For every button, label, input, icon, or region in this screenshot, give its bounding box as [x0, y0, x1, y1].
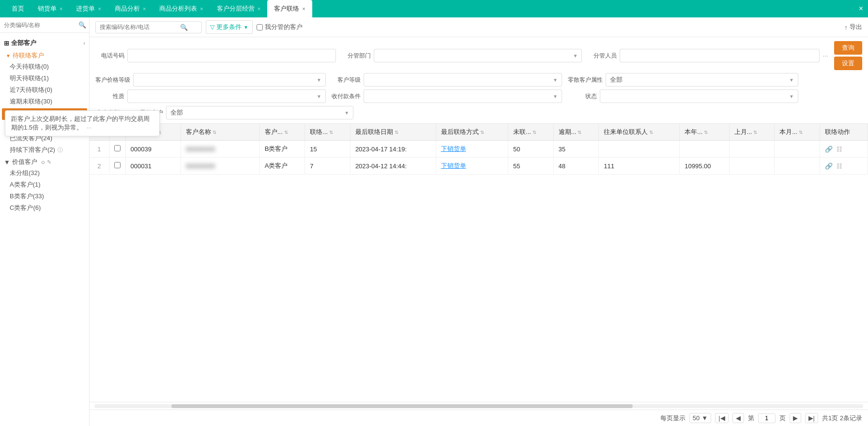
nav-product-analysis[interactable]: 商品分析 × — [108, 0, 152, 17]
sidebar-item-today-pending[interactable]: 今天待联络(0) — [0, 61, 89, 73]
sort-name-icon[interactable]: ⇅ — [213, 130, 216, 135]
contact-method-link[interactable]: 下销货单 — [441, 145, 466, 152]
page-end-label: 页 — [779, 414, 786, 423]
close-nav-customer-tier-icon[interactable]: × — [258, 6, 260, 12]
retail-attr-value: 全部 — [610, 75, 623, 84]
more-conditions-btn[interactable]: ▽ 更多条件 ▼ — [206, 20, 253, 34]
td-action[interactable]: 🔗☷ — [820, 158, 868, 175]
td-last-contact-date: 2023-04-17 14:19: — [350, 141, 436, 158]
nav-purchase[interactable]: 进货单 × — [69, 0, 107, 17]
td-num: 1 — [90, 141, 109, 158]
page-size-select[interactable]: 50 ▼ — [689, 413, 711, 423]
sidebar-section-pending[interactable]: ▼ 待联络客户 — [0, 49, 89, 61]
sidebar-item-declining[interactable]: 持续下滑客户(2) ⓘ — [0, 144, 89, 156]
my-customers-checkbox-label[interactable]: 我分管的客户 — [257, 23, 303, 31]
status-select[interactable]: ▼ — [600, 89, 798, 103]
sidebar-section-value-customers[interactable]: ▼ 价值客户 ○ ✎ — [0, 156, 89, 167]
price-level-select[interactable]: ▼ — [133, 73, 326, 87]
action-grid-icon[interactable]: ☷ — [837, 146, 842, 153]
retail-attr-select[interactable]: 全部 ▼ — [606, 73, 798, 87]
nav-home[interactable]: 首页 — [5, 0, 31, 17]
dept-label: 分管部门 — [342, 52, 371, 60]
search-submit-icon[interactable]: 🔍 — [180, 24, 188, 31]
table-row: 1000039XXXXXXXB类客户152023-04-17 14:19:下销货… — [90, 141, 868, 158]
pagination: 每页显示 50 ▼ |◀ ◀ 第 页 ▶ ▶| 共1页 2条记录 — [90, 410, 868, 426]
action-grid-icon[interactable]: ☷ — [837, 162, 842, 170]
td-last-contact-date: 2023-04-12 14:44: — [350, 158, 436, 175]
window-close-icon[interactable]: × — [859, 4, 863, 13]
prev-page-btn[interactable]: ◀ — [732, 413, 744, 423]
dept-select[interactable]: ▼ — [374, 49, 582, 62]
horizontal-scrollbar[interactable] — [90, 402, 868, 410]
sort-contact-icon[interactable]: ⇅ — [329, 130, 333, 135]
sidebar-item-overdue-uncontacted[interactable]: 逾期未联络(30) — [0, 96, 89, 107]
sort-unit-contact-icon[interactable]: ⇅ — [649, 130, 653, 135]
td-checkbox[interactable] — [109, 141, 125, 158]
sidebar-search-input[interactable] — [4, 22, 76, 29]
close-nav-purchase-icon[interactable]: × — [98, 6, 101, 12]
person-select[interactable] — [620, 49, 820, 62]
scrollbar-thumb[interactable] — [171, 404, 633, 408]
sidebar-item-class-a[interactable]: A类客户(1) — [0, 179, 89, 191]
sort-uncontacted-icon[interactable]: ⇅ — [533, 130, 536, 135]
nav-customer-contact[interactable]: 客户联络 × — [267, 0, 312, 17]
gender-label: 性质 — [95, 92, 124, 101]
th-this-year-label: 本年... — [685, 128, 702, 136]
sidebar-item-class-c[interactable]: C类客户(6) — [0, 202, 89, 214]
gender-select[interactable]: ▼ — [127, 89, 326, 103]
settings-button[interactable]: 设置 — [834, 57, 862, 70]
sidebar-root-all-customers[interactable]: ⊞ 全部客户 › — [0, 37, 89, 49]
close-nav-customer-contact-icon[interactable]: × — [302, 6, 305, 12]
page-input[interactable] — [758, 413, 776, 423]
close-nav-product-analysis-list-icon[interactable]: × — [200, 6, 203, 12]
person-label: 分管人员 — [588, 52, 617, 60]
sort-this-year-icon[interactable]: ⇅ — [704, 130, 708, 135]
td-last-contact-method[interactable]: 下销货单 — [436, 158, 508, 175]
retail-customer-select[interactable]: 全部 ▼ — [166, 106, 353, 119]
td-checkbox[interactable] — [109, 158, 125, 175]
action-link-icon[interactable]: 🔗 — [825, 146, 833, 153]
sidebar-search-icon[interactable]: 🔍 — [78, 21, 86, 29]
filter-icon: ▽ — [210, 24, 214, 30]
person-dots-icon[interactable]: ··· — [822, 52, 828, 59]
nav-product-analysis-list[interactable]: 商品分析列表 × — [152, 0, 210, 17]
sort-last-contact-method-icon[interactable]: ⇅ — [480, 130, 484, 135]
td-action[interactable]: 🔗☷ — [820, 141, 868, 158]
phone-input[interactable] — [127, 49, 336, 62]
sort-last-contact-date-icon[interactable]: ⇅ — [395, 130, 398, 135]
export-button[interactable]: ↑ 导出 — [845, 23, 863, 31]
contact-method-link[interactable]: 下销货单 — [441, 162, 466, 169]
query-button[interactable]: 查询 — [834, 41, 862, 55]
action-link-icon[interactable]: 🔗 — [825, 162, 833, 170]
sort-last-month-icon[interactable]: ⇅ — [753, 130, 757, 135]
td-last-month — [729, 158, 775, 175]
td-last-contact-method[interactable]: 下销货单 — [436, 141, 508, 158]
sort-type-icon[interactable]: ⇅ — [284, 130, 288, 135]
sidebar-item-class-b[interactable]: B类客户(33) — [0, 191, 89, 202]
td-code: 000039 — [125, 141, 181, 158]
top-navigation: 首页 销货单 × 进货单 × 商品分析 × 商品分析列表 × 客户分层经营 × … — [0, 0, 868, 17]
my-customers-checkbox[interactable] — [257, 24, 263, 30]
last-page-btn[interactable]: ▶| — [805, 413, 818, 423]
customer-level-select[interactable]: ▼ — [364, 73, 562, 87]
sort-overdue-icon[interactable]: ⇅ — [578, 130, 581, 135]
sidebar-item-tomorrow-pending[interactable]: 明天待联络(1) — [0, 73, 89, 84]
sort-this-month-icon[interactable]: ⇅ — [799, 130, 803, 135]
close-nav-product-analysis-icon[interactable]: × — [143, 6, 146, 12]
edit-icon[interactable]: ✎ — [47, 159, 51, 165]
td-this-month — [775, 141, 820, 158]
nav-customer-tier[interactable]: 客户分层经营 × — [210, 0, 267, 17]
next-page-btn[interactable]: ▶ — [790, 413, 801, 423]
search-input[interactable] — [100, 24, 177, 30]
tooltip-more-icon[interactable]: ··· — [86, 124, 89, 131]
sidebar-item-unclassified[interactable]: 未分组(32) — [0, 167, 89, 179]
close-nav-sales-icon[interactable]: × — [60, 6, 62, 12]
payment-select[interactable]: ▼ — [364, 89, 562, 103]
td-name: XXXXXXX — [181, 158, 259, 175]
td-this-month — [775, 158, 820, 175]
phone-label: 电话号码 — [95, 52, 124, 60]
first-page-btn[interactable]: |◀ — [715, 413, 728, 423]
nav-sales[interactable]: 销货单 × — [31, 0, 69, 17]
customer-level-chevron-icon: ▼ — [553, 77, 558, 83]
sidebar-item-7days-pending[interactable]: 近7天待联络(0) — [0, 84, 89, 96]
